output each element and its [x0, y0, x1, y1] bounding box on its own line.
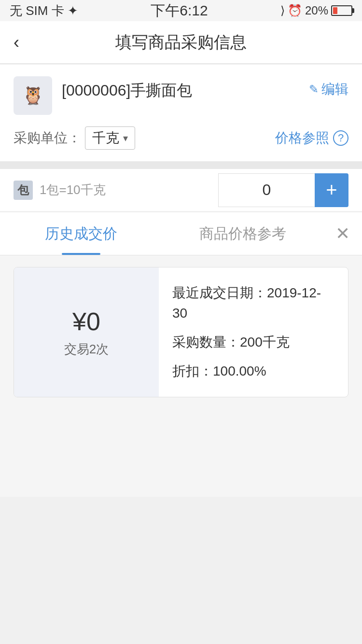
chevron-down-icon: ▾: [123, 132, 128, 144]
status-right: ⟩ ⏰ 20%: [280, 4, 352, 17]
unit-value: 千克: [92, 129, 119, 147]
qty-input-group: +: [218, 173, 348, 207]
history-purchase-qty: 采购数量：200千克: [172, 332, 334, 352]
help-icon: ?: [333, 130, 348, 146]
product-name: [0000006]手撕面包: [62, 80, 192, 101]
edit-icon: ✎: [309, 83, 319, 96]
unit-label: 采购单位：: [14, 129, 81, 147]
tab-active-indicator: [62, 253, 100, 255]
qty-input[interactable]: [218, 173, 315, 207]
price-ref-button[interactable]: 价格参照 ?: [275, 129, 348, 147]
product-thumbnail: 🦉: [14, 76, 52, 115]
history-price-section: ¥0 交易2次: [14, 267, 159, 397]
product-left: 🦉 [0000006]手撕面包: [14, 76, 192, 115]
page-title: 填写商品采购信息: [115, 31, 247, 54]
battery-percent: 20%: [305, 4, 328, 17]
history-discount: 折扣：100.00%: [172, 361, 334, 381]
history-transactions: 交易2次: [64, 341, 109, 358]
price-ref-label: 价格参照: [275, 129, 329, 147]
section-divider: [0, 161, 362, 169]
sim-signal-text: 无 SIM 卡 ✦: [10, 2, 78, 19]
tab-product-price-ref[interactable]: 商品价格参考: [162, 212, 323, 255]
unit-select-button[interactable]: 千克 ▾: [85, 126, 135, 150]
unit-row: 采购单位： 千克 ▾ 价格参照 ?: [14, 126, 348, 150]
back-button[interactable]: ‹: [14, 32, 19, 53]
history-recent-date: 最近成交日期：2019-12-30: [172, 283, 334, 323]
qty-plus-button[interactable]: +: [315, 173, 348, 207]
qty-conversion: 1包=10千克: [40, 182, 106, 198]
tab-history-price[interactable]: 历史成交价: [0, 212, 162, 255]
quantity-row: 包 1包=10千克 +: [0, 169, 362, 211]
location-icon: ⟩: [280, 4, 285, 17]
history-card: ¥0 交易2次 最近成交日期：2019-12-30 采购数量：200千克 折扣：…: [14, 267, 348, 397]
status-left: 无 SIM 卡 ✦: [10, 2, 78, 19]
alarm-icon: ⏰: [288, 4, 302, 17]
edit-button[interactable]: ✎ 编辑: [309, 80, 348, 98]
qty-unit-label: 包 1包=10千克: [14, 181, 106, 200]
status-time: 下午6:12: [151, 1, 208, 21]
close-button[interactable]: ✕: [323, 212, 362, 255]
battery-icon: [331, 5, 352, 16]
history-details-section: 最近成交日期：2019-12-30 采购数量：200千克 折扣：100.00%: [159, 267, 348, 397]
unit-box: 包: [14, 181, 33, 200]
tabs-container: 历史成交价 商品价格参考 ✕: [0, 212, 362, 255]
tab-history-label: 历史成交价: [45, 224, 117, 244]
product-card: 🦉 [0000006]手撕面包 ✎ 编辑 采购单位： 千克 ▾ 价格参照 ?: [0, 65, 362, 161]
status-bar: 无 SIM 卡 ✦ 下午6:12 ⟩ ⏰ 20%: [0, 0, 362, 21]
history-price-value: ¥0: [72, 307, 100, 336]
header: ‹ 填写商品采购信息: [0, 21, 362, 64]
product-logo-icon: 🦉: [22, 85, 44, 106]
product-top: 🦉 [0000006]手撕面包 ✎ 编辑: [14, 76, 348, 115]
battery-fill: [333, 7, 337, 14]
tab-price-ref-label: 商品价格参考: [199, 224, 286, 244]
history-content: ¥0 交易2次 最近成交日期：2019-12-30 采购数量：200千克 折扣：…: [0, 255, 362, 497]
edit-label: 编辑: [321, 80, 348, 98]
